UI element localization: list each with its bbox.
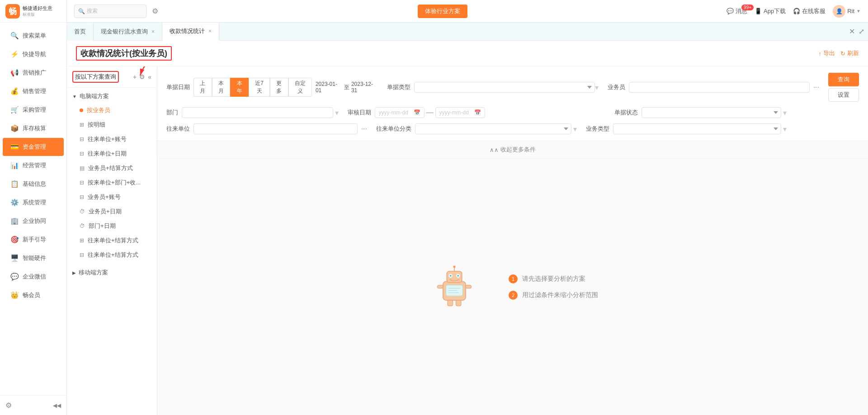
settings-button[interactable]: 设置 bbox=[828, 88, 859, 102]
tab-receivable-close[interactable]: × bbox=[208, 28, 212, 34]
scheme-item-counterpart-account[interactable]: ⊟ 往来单位+账号 bbox=[67, 132, 157, 146]
table-icon-2: ⊟ bbox=[80, 151, 84, 157]
online-service[interactable]: 🎧 在线客服 bbox=[793, 7, 826, 15]
refresh-button[interactable]: ↻ 刷新 bbox=[840, 49, 859, 57]
settings-icon[interactable]: ⚙ bbox=[5, 401, 12, 410]
page-header: 收款情况统计(按业务员) ↑ 导出 ↻ 刷新 bbox=[67, 41, 868, 66]
dash-separator: — bbox=[426, 108, 434, 117]
operation-icon: 📊 bbox=[10, 161, 19, 170]
collapse-sidebar-icon[interactable]: ◀◀ bbox=[53, 402, 61, 409]
query-button[interactable]: 查询 bbox=[828, 73, 859, 86]
sidebar-item-label: 系统管理 bbox=[23, 198, 46, 207]
search-box[interactable]: 🔍 搜索 bbox=[74, 5, 146, 18]
scheme-item-counterpart-dept[interactable]: ⊟ 按来单位+部门+收... bbox=[67, 175, 157, 190]
sidebar-item-label: 营销推广 bbox=[23, 69, 46, 77]
panel-header-icons: + ⚙ bbox=[133, 73, 151, 80]
date-tab-custom[interactable]: 自定义 bbox=[288, 78, 312, 97]
tab-bank[interactable]: 现金银行流水查询 × bbox=[94, 23, 162, 41]
table-icon-3: ⊟ bbox=[80, 179, 84, 186]
table-icon-4: ⊟ bbox=[80, 194, 84, 200]
sidebar-item-member[interactable]: 👑畅会员 bbox=[3, 286, 64, 304]
sidebar-item-finance[interactable]: 💳资金管理 bbox=[3, 138, 64, 156]
empty-illustration bbox=[427, 260, 481, 314]
scheme-item-by-detail[interactable]: ⊞ 按明细 bbox=[67, 118, 157, 132]
collapse-panel-icon[interactable]: « bbox=[148, 73, 151, 80]
scheme-desktop-title[interactable]: ▼ 电脑端方案 bbox=[67, 90, 157, 103]
date-tab-last-month[interactable]: 上月 bbox=[193, 78, 212, 97]
step-1-num: 1 bbox=[509, 274, 518, 283]
marketing-icon: 📢 bbox=[10, 68, 19, 77]
search-placeholder: 搜索 bbox=[87, 7, 98, 15]
date-tab-more[interactable]: 更多 bbox=[270, 78, 288, 97]
review-date-from[interactable]: yyyy-mm-dd 📅 bbox=[375, 107, 425, 118]
date-tab-last-7[interactable]: 近7天 bbox=[249, 78, 270, 97]
sidebar-item-inventory[interactable]: 📦库存核算 bbox=[3, 119, 64, 137]
sidebar-item-enterprise[interactable]: 🏢企业协同 bbox=[3, 212, 64, 230]
counterpart-input[interactable] bbox=[193, 123, 358, 134]
sidebar-item-wechat[interactable]: 💬企业微信 bbox=[3, 268, 64, 286]
app-download[interactable]: 📱 App下载 bbox=[755, 7, 786, 15]
topbar-right: 💬 消息 99+ 📱 App下载 🎧 在线客服 👤 Rit ▼ bbox=[726, 5, 861, 18]
messages-area[interactable]: 💬 消息 99+ bbox=[726, 7, 747, 15]
sidebar-item-system[interactable]: ⚙️系统管理 bbox=[3, 193, 64, 212]
tab-receivable-label: 收款情况统计 bbox=[170, 27, 205, 35]
scheme-item-counterpart-payment[interactable]: ⊞ 往来单位+结算方式 bbox=[67, 233, 157, 248]
scheme-item-salesman-date[interactable]: ⏱ 业务员+日期 bbox=[67, 204, 157, 219]
tab-bank-label: 现金银行流水查询 bbox=[101, 28, 148, 36]
add-scheme-icon[interactable]: + bbox=[133, 73, 137, 80]
doc-status-select[interactable] bbox=[642, 107, 781, 118]
scheme-mobile-title[interactable]: ▶ 移动端方案 bbox=[67, 266, 157, 279]
sidebar-item-basic[interactable]: 📋基础信息 bbox=[3, 175, 64, 193]
export-button[interactable]: ↑ 导出 bbox=[819, 49, 835, 57]
collapse-bar[interactable]: ∧∧ 收起更多条件 bbox=[157, 141, 868, 159]
tab-home[interactable]: 首页 bbox=[67, 23, 94, 41]
sidebar-item-marketing[interactable]: 📢营销推广 bbox=[3, 64, 64, 82]
sidebar-nav: 🔍搜索菜单⚡快捷导航📢营销推广💰销售管理🛒采购管理📦库存核算💳资金管理📊经营管理… bbox=[0, 23, 66, 395]
tab-receivable[interactable]: 收款情况统计 × bbox=[162, 23, 219, 41]
sidebar-item-operation[interactable]: 📊经营管理 bbox=[3, 156, 64, 174]
promo-button[interactable]: 体验行业方案 bbox=[418, 5, 467, 18]
sidebar-item-shortcuts[interactable]: ⚡快捷导航 bbox=[3, 45, 64, 63]
scheme-item-salesman-payment[interactable]: ▤ 业务员+结算方式 bbox=[67, 161, 157, 175]
sidebar-item-sales[interactable]: 💰销售管理 bbox=[3, 82, 64, 100]
settings-scheme-icon[interactable]: ⚙ bbox=[139, 73, 145, 80]
filter-review-date: 审核日期 yyyy-mm-dd 📅 — yyyy-mm-dd 📅 bbox=[348, 107, 606, 118]
biz-type-select[interactable] bbox=[613, 123, 781, 134]
scheme-item-dept-date[interactable]: ⏱ 部门+日期 bbox=[67, 219, 157, 233]
scheme-item-counterpart-date[interactable]: ⊟ 往来单位+日期 bbox=[67, 146, 157, 161]
gear-icon[interactable]: ⚙ bbox=[152, 7, 158, 15]
logo-icon: 畅 bbox=[5, 4, 20, 19]
table-icon: ⊟ bbox=[80, 136, 84, 142]
sidebar-item-guide[interactable]: 🎯新手引导 bbox=[3, 231, 64, 249]
maximize-icon[interactable]: ⤢ bbox=[859, 27, 864, 36]
sidebar-item-label: 库存核算 bbox=[23, 124, 46, 132]
topbar: 🔍 搜索 ⚙ 体验行业方案 💬 消息 99+ 📱 App下载 🎧 在线客服 👤 bbox=[67, 0, 868, 23]
sidebar-item-search[interactable]: 🔍搜索菜单 bbox=[3, 27, 64, 45]
tab-bank-close[interactable]: × bbox=[151, 28, 155, 35]
counterpart-type-select[interactable] bbox=[415, 123, 571, 134]
scheme-item-counterpart-payment2[interactable]: ⊟ 往来单位+结算方式 bbox=[67, 248, 157, 262]
date-tab-this-month[interactable]: 本月 bbox=[212, 78, 231, 97]
close-window-icon[interactable]: ✕ bbox=[849, 27, 855, 36]
sidebar-item-hardware[interactable]: 🖥️智能硬件 bbox=[3, 249, 64, 267]
scheme-item-salesman-account[interactable]: ⊟ 业务员+账号 bbox=[67, 190, 157, 204]
dept-input[interactable] bbox=[182, 107, 333, 118]
scheme-item-by-salesman[interactable]: 按业务员 bbox=[67, 103, 157, 118]
hardware-icon: 🖥️ bbox=[10, 254, 19, 263]
salesman-input[interactable] bbox=[629, 82, 810, 93]
salesman-more-icon[interactable]: ··· bbox=[813, 83, 819, 91]
filter-biz-type: 业务类型 ▾ bbox=[586, 123, 787, 134]
user-area[interactable]: 👤 Rit ▼ bbox=[833, 5, 861, 18]
sidebar-item-purchase[interactable]: 🛒采购管理 bbox=[3, 101, 64, 119]
counterpart-more-icon[interactable]: ··· bbox=[361, 125, 367, 133]
robot-icon bbox=[432, 264, 477, 310]
topbar-left: 🔍 搜索 ⚙ bbox=[74, 5, 158, 18]
filter-date: 单据日期 上月 本月 本年 近7天 更多 自定义 bbox=[166, 78, 378, 97]
review-date-to[interactable]: yyyy-mm-dd 📅 bbox=[435, 107, 485, 118]
scheme-desktop-group: ▼ 电脑端方案 按业务员 ⊞ 按明细 ⊟ 往来单位+账号 bbox=[67, 88, 157, 264]
doc-type-select[interactable] bbox=[414, 82, 595, 93]
date-label: 单据日期 bbox=[166, 83, 190, 91]
sidebar-item-label: 基础信息 bbox=[23, 180, 46, 188]
chevron-down-icon: ▼ bbox=[856, 9, 861, 14]
date-tab-this-year[interactable]: 本年 bbox=[230, 78, 249, 97]
